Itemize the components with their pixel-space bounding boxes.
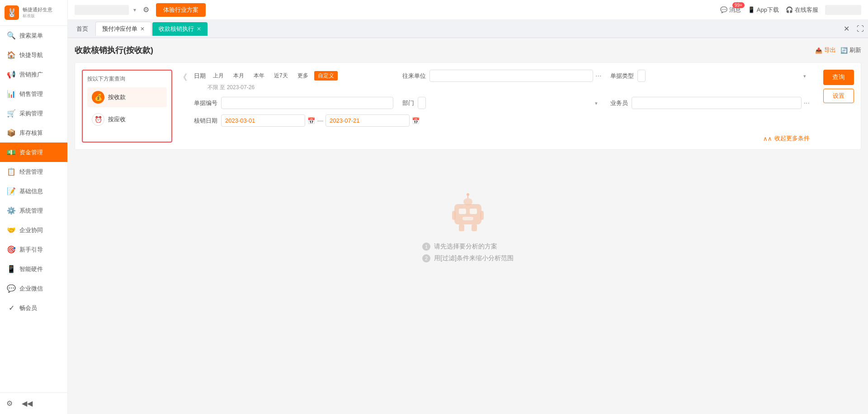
basic-icon: 📝 bbox=[7, 187, 16, 195]
close-all-tabs-button[interactable]: ✕ bbox=[842, 23, 851, 35]
date-separator: — bbox=[317, 117, 323, 124]
employee-dots-icon[interactable]: ··· bbox=[804, 99, 810, 107]
this-year-button[interactable]: 本年 bbox=[250, 71, 268, 81]
sidebar-item-business[interactable]: 📋 经营管理 bbox=[0, 162, 67, 181]
more-date-button[interactable]: 更多 bbox=[294, 71, 312, 81]
doc-type-select-wrapper bbox=[637, 70, 810, 82]
topbar: ▾ ⚙ 体验行业方案 💬 消息 99+ 📱 App下载 🎧 在线客服 bbox=[68, 0, 868, 20]
settings-icon[interactable]: ⚙ bbox=[4, 396, 15, 410]
sidebar-item-hardware[interactable]: 📱 智能硬件 bbox=[0, 259, 67, 279]
collapse-icon: ∧∧ bbox=[763, 135, 772, 142]
empty-tips: 1 请先选择要分析的方案 2 用[过滤]条件来缩小分析范围 bbox=[422, 243, 514, 262]
inventory-icon: 📦 bbox=[7, 128, 16, 137]
main-area: ▾ ⚙ 体验行业方案 💬 消息 99+ 📱 App下载 🎧 在线客服 首页 bbox=[68, 0, 868, 414]
dropdown-arrow-icon[interactable]: ▾ bbox=[133, 7, 136, 13]
app-download-button[interactable]: 📱 App下载 bbox=[748, 6, 779, 14]
query-by-receivable-option[interactable]: ⏰ 按应收 bbox=[87, 109, 167, 129]
doc-type-label: 单据类型 bbox=[610, 72, 634, 80]
export-button[interactable]: 📤 导出 bbox=[815, 46, 836, 54]
offset-date-start-input[interactable] bbox=[221, 114, 305, 127]
sidebar-item-marketing[interactable]: 📢 营销推广 bbox=[0, 65, 67, 84]
sidebar-item-guide[interactable]: 🎯 新手引导 bbox=[0, 240, 67, 259]
offset-date-start-calendar-icon[interactable]: 📅 bbox=[307, 117, 315, 124]
industry-solution-button[interactable]: 体验行业方案 bbox=[156, 3, 206, 17]
gear-icon[interactable]: ⚙ bbox=[143, 5, 149, 14]
doc-no-input[interactable] bbox=[221, 97, 393, 109]
doc-type-select[interactable] bbox=[637, 70, 646, 82]
refresh-label: 刷新 bbox=[849, 46, 861, 54]
sidebar-item-quick-nav[interactable]: 🏠 快捷导航 bbox=[0, 45, 67, 65]
collapse-filter-icon[interactable]: 《 bbox=[179, 72, 187, 83]
sales-label: 销售管理 bbox=[19, 90, 43, 98]
tab-prepay[interactable]: 预付冲应付单 ✕ bbox=[95, 22, 151, 36]
purchase-icon: 🛒 bbox=[7, 109, 16, 118]
refresh-button[interactable]: 🔄 刷新 bbox=[840, 46, 861, 54]
sidebar-item-purchase[interactable]: 🛒 采购管理 bbox=[0, 104, 67, 123]
employee-input[interactable] bbox=[632, 97, 801, 109]
page-content: 收款核销执行(按收款) 📤 导出 🔄 刷新 按以下方案查询 💰 按收款 bbox=[68, 38, 868, 414]
online-service-button[interactable]: 🎧 在线客服 bbox=[786, 6, 818, 14]
service-icon: 🎧 bbox=[786, 6, 793, 13]
svg-rect-4 bbox=[452, 211, 456, 220]
offset-date-end-calendar-icon[interactable]: 📅 bbox=[412, 117, 420, 124]
tab-home[interactable]: 首页 bbox=[70, 22, 94, 36]
tabbar-actions: ✕ ⛶ bbox=[842, 23, 866, 35]
sidebar-item-collab[interactable]: 🤝 企业协同 bbox=[0, 220, 67, 240]
tip-1-text: 请先选择要分析的方案 bbox=[434, 243, 497, 251]
collapse-sidebar-icon[interactable]: ◀◀ bbox=[19, 396, 35, 410]
sidebar-item-system[interactable]: ⚙️ 系统管理 bbox=[0, 201, 67, 220]
dept-label: 部门 bbox=[402, 99, 414, 107]
offset-date-range: 📅 — 📅 bbox=[221, 114, 420, 127]
setting-button[interactable]: 设置 bbox=[823, 89, 854, 103]
custom-date-button[interactable]: 自定义 bbox=[314, 71, 338, 81]
query-button[interactable]: 查询 bbox=[823, 70, 854, 85]
message-button[interactable]: 💬 消息 99+ bbox=[720, 6, 741, 14]
page-header-actions: 📤 导出 🔄 刷新 bbox=[815, 46, 861, 54]
collapse-more-conditions-button[interactable]: ∧∧ 收起更多条件 bbox=[763, 134, 810, 143]
receivable-option-icon: ⏰ bbox=[92, 113, 104, 126]
receipt-offset-tab-close-icon[interactable]: ✕ bbox=[197, 26, 201, 32]
sidebar-item-search[interactable]: 🔍 搜索菜单 bbox=[0, 26, 67, 45]
sidebar-item-inventory[interactable]: 📦 库存核算 bbox=[0, 123, 67, 143]
prepay-tab-close-icon[interactable]: ✕ bbox=[140, 26, 145, 32]
partner-input[interactable] bbox=[429, 70, 593, 82]
page-header: 收款核销执行(按收款) 📤 导出 🔄 刷新 bbox=[75, 45, 861, 56]
dept-select[interactable] bbox=[418, 97, 426, 109]
svg-point-10 bbox=[467, 193, 469, 196]
business-label: 经营管理 bbox=[19, 168, 43, 176]
hardware-icon: 📱 bbox=[7, 265, 16, 273]
tip-1-num: 1 bbox=[422, 243, 430, 251]
last-month-button[interactable]: 上月 bbox=[209, 71, 227, 81]
wechat-label: 企业微信 bbox=[19, 285, 43, 293]
app-download-label: App下载 bbox=[757, 6, 779, 14]
offset-date-end-input[interactable] bbox=[326, 114, 410, 127]
finance-icon: 💵 bbox=[7, 148, 16, 157]
tab-receipt-offset[interactable]: 收款核销执行 ✕ bbox=[152, 22, 208, 36]
employee-label: 业务员 bbox=[610, 99, 628, 107]
page-title: 收款核销执行(按收款) bbox=[75, 45, 153, 56]
sidebar-item-finance[interactable]: 💵 资金管理 bbox=[0, 143, 67, 162]
partner-dots-icon[interactable]: ··· bbox=[595, 72, 601, 80]
last-7-days-button[interactable]: 近7天 bbox=[270, 71, 292, 81]
inventory-label: 库存核算 bbox=[19, 129, 43, 137]
action-buttons: 查询 设置 bbox=[823, 70, 854, 143]
app-logo: 🐰 畅捷通好生意 标准版 bbox=[0, 0, 67, 26]
partner-label: 往来单位 bbox=[402, 72, 426, 80]
receipt-offset-tab-label: 收款核销执行 bbox=[159, 25, 194, 33]
app-icon: 📱 bbox=[748, 6, 755, 13]
sidebar-item-member[interactable]: ✓ 畅会员 bbox=[0, 298, 67, 318]
sidebar-item-basic[interactable]: 📝 基础信息 bbox=[0, 181, 67, 201]
sidebar-item-wechat[interactable]: 💬 企业微信 bbox=[0, 279, 67, 298]
message-badge: 99+ bbox=[732, 2, 745, 8]
doc-no-filter-group: 单据编号 bbox=[194, 97, 393, 109]
app-name: 畅捷通好生意 bbox=[23, 6, 52, 13]
query-by-receipt-option[interactable]: 💰 按收款 bbox=[87, 87, 167, 107]
collab-icon: 🤝 bbox=[7, 226, 16, 234]
maximize-button[interactable]: ⛶ bbox=[855, 23, 866, 35]
offset-date-label: 核销日期 bbox=[194, 117, 217, 125]
this-month-button[interactable]: 本月 bbox=[230, 71, 248, 81]
svg-rect-6 bbox=[459, 224, 464, 231]
empty-tip-1: 1 请先选择要分析的方案 bbox=[422, 243, 514, 251]
sidebar-item-sales[interactable]: 📊 销售管理 bbox=[0, 84, 67, 104]
doc-no-label: 单据编号 bbox=[194, 99, 217, 107]
